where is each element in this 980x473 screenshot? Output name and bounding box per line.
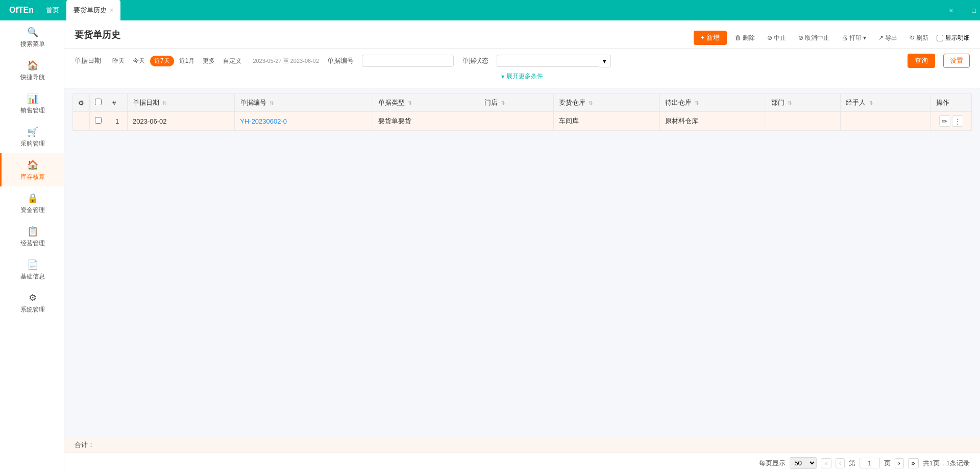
page-header: 要货单历史 + 新增 🗑 删除 ⊘ 中止 ⊘ 取消中止 [64,20,980,49]
sidebar-item-inventory-calc[interactable]: 🏠 库存核算 [0,153,64,186]
tab-home[interactable]: 首页 [39,0,66,20]
col-req-warehouse-header[interactable]: 要货仓库 ⇅ [554,94,660,112]
search-icon: 🔍 [27,27,38,38]
date-btn-more[interactable]: 更多 [200,56,218,66]
print-button[interactable]: 🖨 打印 ▾ [838,32,870,44]
row-bill-no[interactable]: YH-20230602-0 [235,112,373,131]
col-pending-warehouse-header[interactable]: 待出仓库 ⇅ [660,94,766,112]
col-handler-header[interactable]: 经手人 ⇅ [841,94,931,112]
table-header-row: ⚙ # 单据日期 ⇅ 单据编号 ⇅ [73,94,972,112]
expand-more-btn[interactable]: ▾ 展开更多条件 [75,70,970,83]
sidebar-item-finance-mgmt[interactable]: 🔒 资金管理 [0,186,64,220]
status-label: 单据状态 [462,56,488,65]
date-btn-last-month[interactable]: 近1月 [176,56,198,66]
content-area: 要货单历史 + 新增 🗑 删除 ⊘ 中止 ⊘ 取消中止 [64,20,980,473]
sidebar-item-sales-mgmt[interactable]: 📊 销售管理 [0,87,64,120]
sidebar-item-label: 快捷导航 [20,73,45,82]
row-ops: ✏ ⋮ [931,112,972,131]
settings-button[interactable]: 设置 [943,54,970,68]
window-close-btn[interactable]: × [949,7,953,14]
stop-button[interactable]: ⊘ 中止 [763,32,790,44]
col-dept-header[interactable]: 部门 ⇅ [766,94,841,112]
sidebar-item-operations-mgmt[interactable]: 📋 经营管理 [0,220,64,253]
query-button[interactable]: 查询 [908,54,935,68]
row-settings [73,112,90,131]
col-checkbox-header[interactable] [90,94,107,112]
page-first-btn[interactable]: « [821,458,831,468]
window-minimize-btn[interactable]: — [959,7,966,14]
date-filter-buttons: 昨天 今天 近7天 近1月 更多 自定义 [109,56,244,66]
date-btn-yesterday[interactable]: 昨天 [109,56,128,66]
purchase-icon: 🛒 [27,126,38,137]
sidebar-item-basic-info[interactable]: 📄 基础信息 [0,253,64,286]
col-bill-type-header[interactable]: 单据类型 ⇅ [373,94,479,112]
sidebar-item-purchase-mgmt[interactable]: 🛒 采购管理 [0,120,64,153]
row-pending-warehouse: 原材料仓库 [660,112,766,131]
tab-active[interactable]: 要货单历史 × [66,0,120,20]
page-last-btn[interactable]: » [908,458,919,468]
cancel-stop-button[interactable]: ⊘ 取消中止 [794,32,834,44]
sidebar-item-search-menu[interactable]: 🔍 搜索菜单 [0,20,64,54]
select-all-checkbox[interactable] [95,99,102,105]
new-button[interactable]: + 新增 [694,31,727,45]
date-btn-last7[interactable]: 近7天 [150,56,174,66]
sales-icon: 📊 [27,93,38,104]
sidebar-item-label: 库存核算 [20,173,45,181]
row-more-btn[interactable]: ⋮ [952,115,963,127]
col-store-header[interactable]: 门店 ⇅ [479,94,554,112]
date-btn-today[interactable]: 今天 [130,56,148,66]
window-maximize-btn[interactable]: □ [972,7,976,14]
status-dropdown-btn[interactable]: ▾ [599,55,611,67]
sort-dept-icon: ⇅ [788,100,792,106]
operations-icon: 📋 [27,226,38,237]
tab-close-icon[interactable]: × [110,7,113,14]
sort-bill-type-icon: ⇅ [408,100,412,106]
sort-bill-no-icon: ⇅ [270,100,274,106]
col-date-header[interactable]: 单据日期 ⇅ [128,94,235,112]
show-detail-checkbox[interactable] [937,35,943,41]
refresh-icon: ↻ [910,34,915,41]
date-filter-label: 单据日期 [75,56,101,65]
sidebar-item-label: 基础信息 [20,272,45,281]
sidebar-item-shortcut-nav[interactable]: 🏠 快捷导航 [0,54,64,87]
date-range-text: 2023-05-27 至 2023-06-02 [253,57,319,65]
row-edit-btn[interactable]: ✏ [939,115,950,127]
basic-info-icon: 📄 [27,259,38,270]
sort-pending-wh-icon: ⇅ [695,100,699,106]
per-page-select[interactable]: 10 20 50 100 [790,457,817,469]
refresh-button[interactable]: ↻ 刷新 [905,32,933,44]
page-next-btn[interactable]: › [895,458,904,468]
row-date: 2023-06-02 [128,112,235,131]
export-button[interactable]: ↗ 导出 [874,32,901,44]
main-layout: 🔍 搜索菜单 🏠 快捷导航 📊 销售管理 🛒 采购管理 🏠 库存核算 🔒 资金管… [0,20,980,473]
bill-no-input[interactable] [362,55,454,67]
bill-no-link[interactable]: YH-20230602-0 [240,117,287,125]
delete-icon: 🗑 [735,34,741,41]
sidebar-item-label: 采购管理 [20,139,45,148]
data-table: ⚙ # 单据日期 ⇅ 单据编号 ⇅ [72,93,972,131]
row-checkbox-cell[interactable] [90,112,107,131]
date-btn-custom[interactable]: 自定义 [220,56,244,66]
sidebar-item-system-mgmt[interactable]: ⚙ 系统管理 [0,286,64,319]
page-prev-btn[interactable]: ‹ [836,458,845,468]
page-number-input[interactable] [860,458,880,468]
col-ops-header: 操作 [931,94,972,112]
sidebar-item-label: 销售管理 [20,106,45,115]
sidebar-item-label: 搜索菜单 [20,40,45,49]
row-bill-type: 要货单要货 [373,112,479,131]
row-checkbox[interactable] [95,117,102,124]
status-input[interactable] [497,55,599,67]
col-bill-no-header[interactable]: 单据编号 ⇅ [235,94,373,112]
sidebar: 🔍 搜索菜单 🏠 快捷导航 📊 销售管理 🛒 采购管理 🏠 库存核算 🔒 资金管… [0,20,64,473]
pagination: 每页显示 10 20 50 100 « ‹ 第 页 › » 共1页，1条记录 [64,453,980,473]
col-settings-header[interactable]: ⚙ [73,94,90,112]
toolbar: + 新增 🗑 删除 ⊘ 中止 ⊘ 取消中止 🖨 打 [694,28,970,48]
total-info: 共1页，1条记录 [923,459,970,468]
row-dept [766,112,841,131]
delete-button[interactable]: 🗑 删除 [731,32,759,44]
table-row: 1 2023-06-02 YH-20230602-0 要货单要货 车间库 原材料… [73,112,972,131]
per-page-label: 每页显示 [759,459,786,468]
top-bar-right: × — □ [949,7,976,14]
show-detail-label[interactable]: 显示明细 [937,34,970,42]
row-num: 1 [107,112,128,131]
